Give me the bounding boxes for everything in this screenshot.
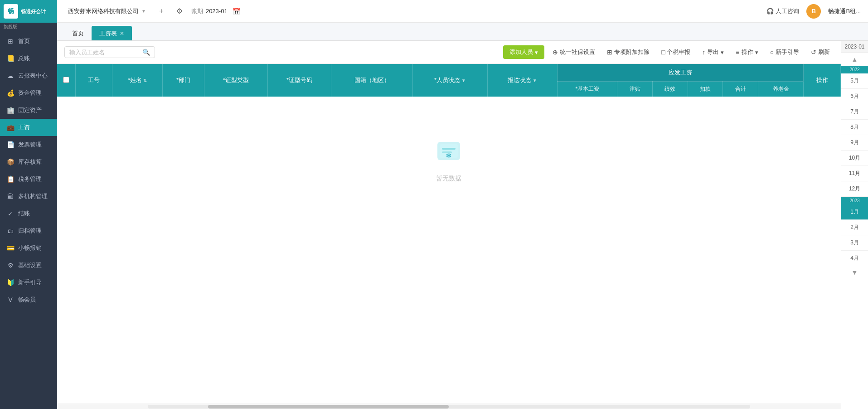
ledger-icon: 📒	[6, 55, 15, 62]
expense-icon: 💳	[6, 244, 15, 252]
th-performance: 绩效	[652, 82, 688, 97]
service-btn[interactable]: 🎧 人工咨询	[766, 7, 799, 15]
svg-rect-3	[442, 151, 452, 153]
company-selector[interactable]: 西安虾米网络科技有限公司 ▼	[64, 5, 150, 17]
th-pension: 养老金	[758, 82, 803, 97]
tab-salary-table[interactable]: 工资表 ✕	[92, 26, 132, 40]
scrollbar-thumb[interactable]	[208, 405, 449, 409]
operate-btn[interactable]: ≡ 操作 ▾	[732, 46, 761, 58]
th-emp-no: 工号	[75, 64, 112, 97]
sidebar-item-home[interactable]: ⊞ 首页	[0, 33, 57, 50]
add-person-button[interactable]: 添加人员 ▾	[503, 45, 544, 59]
empty-state: 暂无数据	[57, 97, 841, 219]
sidebar-item-label: 归档管理	[18, 227, 42, 235]
sidebar-item-label: 工资	[18, 123, 30, 131]
user-avatar[interactable]: B	[806, 4, 821, 19]
sidebar-item-invoice[interactable]: 📄 发票管理	[0, 136, 57, 153]
fund-icon: 💰	[6, 89, 15, 97]
th-name[interactable]: *姓名	[112, 64, 162, 97]
date-month-6[interactable]: 6月	[841, 89, 868, 104]
date-month-7[interactable]: 7月	[841, 104, 868, 120]
tab-close-icon[interactable]: ✕	[120, 31, 124, 36]
sidebar-item-settings[interactable]: ⚙ 基础设置	[0, 257, 57, 274]
sidebar-item-archive[interactable]: 🗂 归档管理	[0, 222, 57, 239]
topbar-right: 🎧 人工咨询 B 畅捷通B组...	[766, 4, 861, 19]
sidebar-item-label: 库存核算	[18, 158, 42, 166]
sidebar-item-cloud-report[interactable]: ☁ 云报表中心	[0, 67, 57, 84]
salary-table: 工号 *姓名 *部门 *证型类型 *证型号码 国籍（地区） *人员状态 报送状态…	[57, 64, 841, 219]
search-box[interactable]: 🔍	[64, 46, 155, 58]
date-month-2023-3[interactable]: 3月	[841, 235, 868, 251]
sidebar-item-expense[interactable]: 💳 小畅报销	[0, 239, 57, 257]
sidebar-item-multi-org[interactable]: 🏛 多机构管理	[0, 188, 57, 205]
special-deduct-btn[interactable]: ⊞ 专项附加扣除	[603, 46, 653, 58]
sidebar-item-tax[interactable]: 📋 税务管理	[0, 170, 57, 188]
sidebar-item-label: 资金管理	[18, 89, 42, 97]
date-year-2022-label: 2022	[841, 66, 868, 73]
add-person-dropdown-icon: ▾	[535, 49, 538, 56]
asset-icon: 🏢	[6, 107, 15, 114]
sidebar-item-ledger[interactable]: 📒 总账	[0, 50, 57, 67]
sidebar-item-member[interactable]: V 畅会员	[0, 291, 57, 308]
sidebar-item-fund[interactable]: 💰 资金管理	[0, 84, 57, 102]
horizontal-scrollbar[interactable]	[57, 404, 841, 409]
sidebar-item-label: 首页	[18, 37, 30, 45]
personal-tax-icon: □	[661, 49, 665, 56]
date-month-10[interactable]: 10月	[841, 151, 868, 166]
sidebar-item-label: 小畅报销	[18, 244, 42, 252]
user-name[interactable]: 畅捷通B组...	[828, 7, 861, 15]
date-nav-down[interactable]: ▼	[841, 266, 868, 279]
th-id-type: *证型类型	[204, 64, 267, 97]
tab-home[interactable]: 首页	[64, 26, 92, 40]
th-checkbox[interactable]	[57, 64, 75, 97]
calendar-icon[interactable]: 📅	[230, 5, 243, 18]
sidebar-item-settle[interactable]: ✓ 结账	[0, 205, 57, 222]
personal-tax-label: 个税申报	[667, 48, 690, 56]
th-yingfa: 应发工资	[558, 64, 804, 82]
date-month-12[interactable]: 12月	[841, 181, 868, 197]
empty-icon	[431, 133, 467, 169]
sidebar: 畅 畅通好会计 旗舰版 ⊞ 首页 📒 总账 ☁ 云报表中心 💰 资金管理 🏢 固…	[0, 0, 57, 409]
tab-salary-label: 工资表	[99, 29, 117, 38]
scrollbar-track[interactable]	[148, 405, 750, 409]
date-month-2023-4[interactable]: 4月	[841, 251, 868, 266]
personal-tax-btn[interactable]: □ 个税申报	[658, 46, 694, 58]
sidebar-item-label: 新手引导	[18, 278, 42, 287]
company-dropdown-arrow: ▼	[141, 9, 146, 14]
refresh-btn[interactable]: ↺ 刷新	[807, 46, 834, 58]
content-area: 🔍 添加人员 ▾ ⊕ 统一社保设置 ⊞ 专项附加扣除	[57, 41, 868, 409]
add-company-btn[interactable]: ＋	[155, 5, 168, 18]
toolbar-right: 添加人员 ▾ ⊕ 统一社保设置 ⊞ 专项附加扣除 □ 个税申报	[503, 45, 834, 59]
date-month-5[interactable]: 5月	[841, 73, 868, 89]
social-security-btn[interactable]: ⊕ 统一社保设置	[549, 46, 599, 58]
date-month-2023-2[interactable]: 2月	[841, 220, 868, 235]
sidebar-item-label: 基础设置	[18, 261, 42, 269]
settings-btn[interactable]: ⚙	[173, 5, 186, 18]
th-status[interactable]: *人员状态	[413, 64, 487, 97]
home-icon: ⊞	[6, 38, 15, 45]
date-month-8[interactable]: 8月	[841, 120, 868, 135]
guide-btn[interactable]: ○ 新手引导	[766, 46, 803, 58]
date-month-11[interactable]: 11月	[841, 166, 868, 181]
guide-icon: 🔰	[6, 279, 15, 286]
select-all-checkbox[interactable]	[63, 77, 69, 83]
sidebar-item-label: 发票管理	[18, 141, 42, 149]
sidebar-item-salary[interactable]: 💼 工资	[0, 119, 57, 136]
settle-icon: ✓	[6, 210, 15, 217]
date-nav-up[interactable]: ▲	[841, 53, 868, 66]
date-month-9[interactable]: 9月	[841, 135, 868, 151]
sidebar-item-guide[interactable]: 🔰 新手引导	[0, 274, 57, 291]
th-report-status[interactable]: 报送状态	[487, 64, 558, 97]
export-icon: ↑	[702, 49, 705, 56]
sidebar-item-fixed-asset[interactable]: 🏢 固定资产	[0, 102, 57, 119]
export-btn[interactable]: ↑ 导出 ▾	[698, 46, 727, 58]
operate-dropdown-icon: ▾	[755, 49, 758, 56]
sidebar-item-label: 税务管理	[18, 175, 42, 183]
search-input[interactable]	[69, 49, 140, 56]
date-month-2023-1[interactable]: 1月	[841, 204, 868, 220]
operate-icon: ≡	[736, 49, 739, 56]
refresh-icon: ↺	[811, 49, 816, 56]
social-security-icon: ⊕	[553, 49, 558, 56]
sidebar-item-label: 畅会员	[18, 296, 36, 304]
sidebar-item-inventory[interactable]: 📦 库存核算	[0, 153, 57, 170]
